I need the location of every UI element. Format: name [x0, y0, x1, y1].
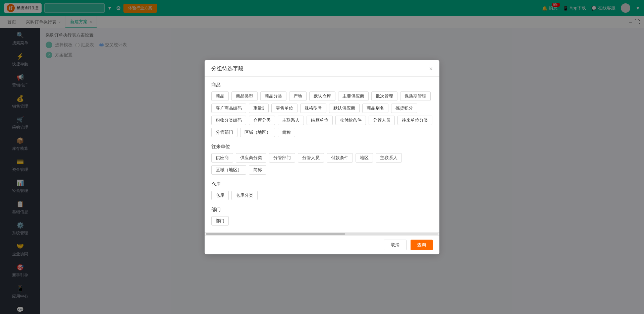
field-tag[interactable]: 供应商分类: [236, 153, 266, 163]
field-tag[interactable]: 分管人员: [369, 116, 395, 125]
field-tag[interactable]: 商品: [211, 91, 229, 101]
field-tag[interactable]: 仓库: [211, 191, 229, 200]
field-tags-warehouse: 仓库仓库分类: [211, 191, 433, 200]
section-title-department: 部门: [211, 207, 433, 213]
modal-horizontal-scrollbar[interactable]: [205, 232, 439, 235]
field-tag[interactable]: 主要供应商: [338, 91, 369, 101]
field-tag[interactable]: 主联系人: [278, 116, 304, 125]
field-tag[interactable]: 分管部门: [269, 153, 295, 163]
field-tag[interactable]: 商品类型: [231, 91, 258, 101]
field-tag[interactable]: 分管部门: [211, 128, 237, 137]
field-tag[interactable]: 供应商: [211, 153, 233, 163]
field-tag[interactable]: 区域（地区）: [240, 128, 275, 137]
field-tag[interactable]: 批次管理: [371, 91, 397, 101]
confirm-button[interactable]: 查询: [411, 240, 433, 250]
field-tag[interactable]: 往来单位分类: [397, 116, 432, 125]
modal-header: 分组待选字段 ×: [205, 60, 439, 77]
section-warehouse: 仓库仓库仓库分类: [211, 181, 433, 200]
field-tag[interactable]: 简称: [249, 165, 266, 175]
field-tag[interactable]: 重量3: [249, 104, 269, 113]
field-tags-product: 商品商品类型商品分类产地默认仓库主要供应商批次管理保质期管理客户商品编码重量3零…: [211, 91, 433, 137]
section-department: 部门部门: [211, 207, 433, 226]
field-tag[interactable]: 商品别名: [362, 104, 388, 113]
field-tag[interactable]: 拣货积分: [391, 104, 417, 113]
section-title-partner: 往来单位: [211, 144, 433, 150]
field-tag[interactable]: 简称: [278, 128, 295, 137]
hscroll-thumb: [206, 233, 345, 235]
modal-overlay: 分组待选字段 × 商品商品商品类型商品分类产地默认仓库主要供应商批次管理保质期管…: [0, 0, 644, 314]
field-tag[interactable]: 收付款条件: [335, 116, 366, 125]
field-tag[interactable]: 部门: [211, 216, 229, 226]
field-tag[interactable]: 区域（地区）: [211, 165, 246, 175]
field-tags-partner: 供应商供应商分类分管部门分管人员付款条件地区主联系人区域（地区）简称: [211, 153, 433, 175]
field-tag[interactable]: 默认仓库: [309, 91, 335, 101]
field-tag[interactable]: 主联系人: [376, 153, 402, 163]
field-tag[interactable]: 客户商品编码: [211, 104, 246, 113]
field-tag[interactable]: 商品分类: [260, 91, 286, 101]
hscroll-track: [206, 233, 438, 235]
field-tag[interactable]: 零售单位: [271, 104, 298, 113]
field-tag[interactable]: 保质期管理: [400, 91, 431, 101]
cancel-button[interactable]: 取消: [384, 240, 407, 250]
section-product: 商品商品商品类型商品分类产地默认仓库主要供应商批次管理保质期管理客户商品编码重量…: [211, 82, 433, 137]
modal-body[interactable]: 商品商品商品类型商品分类产地默认仓库主要供应商批次管理保质期管理客户商品编码重量…: [205, 77, 439, 232]
section-title-warehouse: 仓库: [211, 181, 433, 187]
field-tag[interactable]: 产地: [289, 91, 307, 101]
field-tag[interactable]: 默认供应商: [329, 104, 360, 113]
field-tag[interactable]: 结算单位: [307, 116, 333, 125]
modal-close-button[interactable]: ×: [429, 66, 433, 72]
section-partner: 往来单位供应商供应商分类分管部门分管人员付款条件地区主联系人区域（地区）简称: [211, 144, 433, 175]
field-tag[interactable]: 地区: [356, 153, 373, 163]
field-tag[interactable]: 规格型号: [300, 104, 326, 113]
field-tags-department: 部门: [211, 216, 433, 226]
field-tag[interactable]: 仓库分类: [231, 191, 258, 200]
field-tag[interactable]: 分管人员: [298, 153, 324, 163]
field-tag[interactable]: 仓库分类: [249, 116, 275, 125]
field-tag[interactable]: 付款条件: [327, 153, 353, 163]
section-title-product: 商品: [211, 82, 433, 88]
modal-title: 分组待选字段: [211, 65, 244, 72]
modal-footer: 取消 查询: [205, 235, 439, 254]
field-select-modal: 分组待选字段 × 商品商品商品类型商品分类产地默认仓库主要供应商批次管理保质期管…: [205, 60, 439, 254]
field-tag[interactable]: 税收分类编码: [211, 116, 246, 125]
